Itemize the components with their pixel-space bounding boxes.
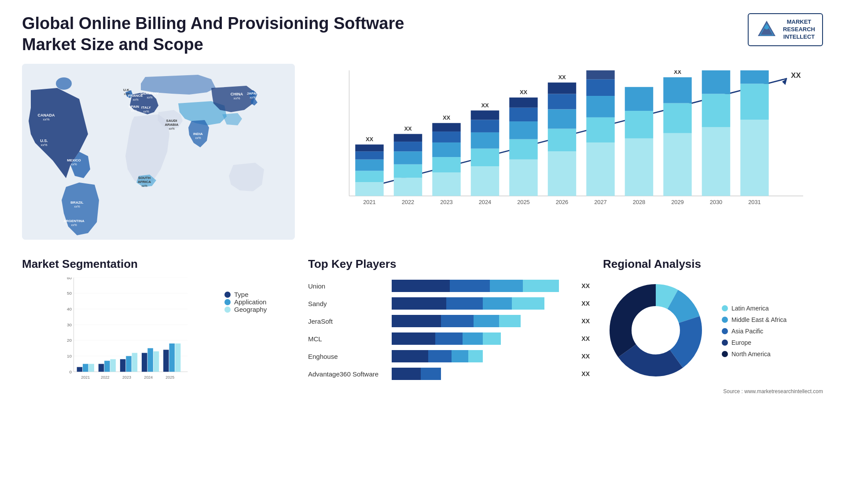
svg-rect-134 (120, 359, 126, 372)
svg-text:xx%: xx% (74, 205, 80, 208)
svg-text:GERMANY: GERMANY (141, 91, 159, 95)
regional-legend: Latin America Middle East & Africa Asia … (722, 305, 786, 358)
svg-text:ARABIA: ARABIA (165, 123, 178, 127)
svg-text:CHINA: CHINA (231, 92, 243, 96)
svg-text:MEXICO: MEXICO (67, 158, 81, 162)
svg-point-2 (764, 25, 769, 29)
svg-rect-53 (394, 134, 422, 142)
legend-geography: Geography (224, 306, 295, 313)
legend-middle-east: Middle East & Africa (722, 316, 786, 323)
svg-text:xx%: xx% (71, 223, 77, 226)
svg-rect-132 (110, 359, 116, 372)
svg-rect-78 (548, 129, 576, 152)
svg-text:SAUDI: SAUDI (166, 119, 177, 123)
svg-text:2030: 2030 (710, 199, 723, 205)
players-list: Union XX Sandy (308, 278, 590, 380)
svg-text:XX: XX (481, 102, 489, 109)
svg-text:0: 0 (70, 369, 72, 374)
svg-text:xx%: xx% (143, 110, 149, 113)
bar-seg4 (499, 315, 521, 327)
svg-text:2023: 2023 (122, 375, 131, 380)
svg-text:40: 40 (67, 307, 72, 311)
svg-rect-84 (586, 142, 614, 196)
svg-text:SOUTH: SOUTH (138, 176, 151, 180)
svg-text:XX: XX (520, 89, 528, 95)
svg-text:10: 10 (67, 354, 72, 358)
svg-rect-44 (355, 160, 383, 171)
source-text: Source : www.marketresearchintellect.com (603, 388, 823, 394)
world-map: CANADA xx% U.S. xx% MEXICO xx% BRAZIL xx… (22, 64, 295, 240)
type-dot (224, 292, 231, 298)
svg-text:JAPAN: JAPAN (247, 91, 259, 95)
svg-text:AFRICA: AFRICA (138, 180, 151, 184)
svg-text:2028: 2028 (633, 199, 646, 205)
svg-text:XX: XX (674, 70, 682, 75)
svg-text:20: 20 (67, 338, 72, 343)
logo: MARKET RESEARCH INTELLECT (748, 13, 823, 46)
svg-text:xx%: xx% (141, 184, 147, 187)
svg-text:xx%: xx% (132, 98, 138, 101)
svg-rect-126 (77, 367, 83, 372)
svg-rect-96 (663, 133, 691, 196)
donut-chart (603, 278, 709, 385)
svg-rect-131 (104, 361, 110, 372)
regional-chart: Latin America Middle East & Africa Asia … (603, 278, 823, 385)
player-name: Advantage360 Software (308, 370, 387, 378)
svg-text:2029: 2029 (671, 199, 684, 205)
svg-rect-66 (471, 120, 499, 132)
page-title: Global Online Billing And Provisioning S… (22, 13, 418, 55)
bar-seg1 (392, 297, 446, 310)
svg-rect-143 (169, 343, 175, 372)
player-value: XX (581, 300, 590, 307)
svg-rect-52 (394, 142, 422, 151)
svg-text:U.S.: U.S. (40, 139, 48, 143)
player-value: XX (581, 318, 590, 325)
svg-rect-60 (432, 123, 460, 131)
svg-rect-102 (702, 94, 730, 127)
svg-rect-127 (83, 364, 88, 372)
bar-seg4 (483, 332, 501, 345)
bar-chart-svg: XX XX 2021 XX 2 (330, 70, 814, 224)
bar-seg1 (392, 315, 441, 327)
svg-text:XX: XX (404, 125, 412, 132)
key-players-section: Top Key Players Union XX Sandy (308, 257, 590, 401)
player-bar (392, 315, 573, 327)
svg-rect-71 (509, 139, 537, 160)
legend-north-america: North America (722, 351, 786, 358)
svg-text:2024: 2024 (479, 199, 492, 205)
north-america-dot (722, 351, 728, 357)
bar-seg2 (441, 315, 474, 327)
svg-rect-67 (471, 110, 499, 120)
svg-rect-103 (702, 70, 730, 94)
logo-text: MARKET RESEARCH INTELLECT (783, 18, 815, 41)
svg-text:xx%: xx% (233, 96, 240, 100)
legend-type: Type (224, 291, 295, 298)
svg-rect-136 (132, 353, 138, 372)
svg-rect-139 (147, 348, 153, 372)
svg-text:xx%: xx% (40, 143, 47, 147)
svg-rect-128 (88, 364, 94, 372)
svg-rect-93 (625, 87, 653, 111)
svg-rect-73 (509, 108, 537, 121)
svg-rect-138 (142, 353, 147, 372)
svg-rect-91 (625, 139, 653, 196)
svg-rect-51 (394, 151, 422, 164)
svg-rect-57 (432, 157, 460, 172)
svg-text:30: 30 (67, 322, 72, 327)
bar-seg1 (392, 280, 450, 292)
svg-text:2031: 2031 (748, 199, 761, 205)
seg-chart-svg: 60 50 40 30 20 10 0 (37, 278, 220, 387)
svg-rect-72 (509, 121, 537, 139)
bar-seg2 (428, 350, 452, 362)
svg-text:XX: XX (366, 136, 374, 142)
page-header: Global Online Billing And Provisioning S… (22, 13, 823, 55)
svg-rect-50 (394, 164, 422, 178)
player-row-jerasoft: JeraSoft XX (308, 315, 590, 327)
svg-text:2025: 2025 (165, 375, 174, 380)
player-row-sandy: Sandy XX (308, 297, 590, 310)
svg-text:xx%: xx% (71, 163, 77, 166)
svg-rect-86 (586, 96, 614, 117)
player-bar (392, 332, 573, 345)
bar-seg1 (392, 350, 428, 362)
player-row-advantage360: Advantage360 Software XX (308, 368, 590, 380)
